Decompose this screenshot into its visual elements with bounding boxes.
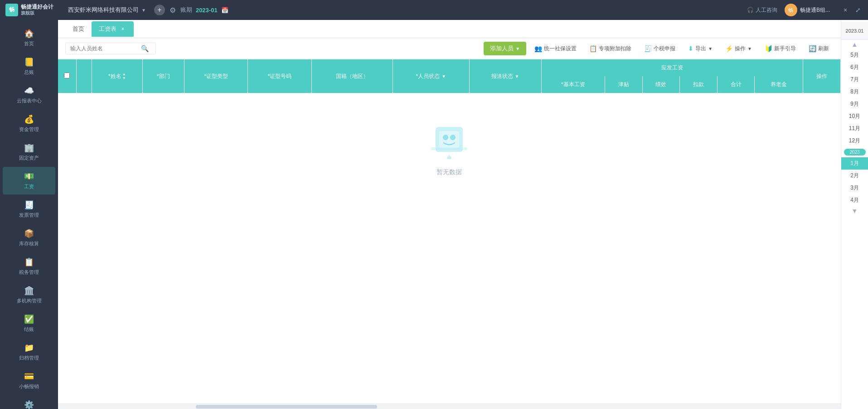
- add-company-button[interactable]: +: [154, 5, 165, 15]
- export-icon: ⬇: [688, 45, 693, 52]
- cal-month-10[interactable]: 10月: [841, 110, 868, 122]
- salary-table: *姓名 ▲▼ *部门 *证型类型: [58, 59, 841, 204]
- company-selector[interactable]: 西安虾米网络科技有限公司 ▼: [64, 4, 150, 16]
- search-icon[interactable]: 🔍: [141, 45, 149, 52]
- sidebar-item-multi-org[interactable]: 🏛️ 多机构管理: [3, 281, 55, 309]
- tab-close-icon[interactable]: ×: [119, 25, 126, 33]
- period-value: 2023-01: [196, 7, 218, 14]
- calendar-up-button[interactable]: ▲: [848, 40, 862, 49]
- tab-salary[interactable]: 工资表 ×: [92, 21, 134, 37]
- operations-label: 操作: [735, 45, 746, 53]
- close-button[interactable]: ×: [841, 5, 850, 15]
- sidebar: 🏠 首页 📒 总账 ☁️ 云报表中心 💰 资金管理 🏢 固定资产 💵 工资 🧾 …: [0, 20, 58, 409]
- cal-month-6[interactable]: 6月: [841, 61, 868, 73]
- th-id-no: *证型号码: [248, 59, 311, 93]
- tab-home-label: 首页: [73, 25, 84, 33]
- cal-month-4[interactable]: 4月: [841, 194, 868, 206]
- th-pension: 养老金: [755, 76, 803, 93]
- expense-icon: 💳: [24, 371, 34, 381]
- table-container: *姓名 ▲▼ *部门 *证型类型: [58, 59, 841, 404]
- salary-icon: 💵: [24, 171, 34, 181]
- social-security-label: 统一社保设置: [544, 45, 577, 53]
- th-status[interactable]: *人员状态 ▼: [393, 59, 469, 93]
- add-person-button[interactable]: 添加人员 ▼: [484, 42, 526, 55]
- th-total: 合计: [717, 76, 755, 93]
- checkbox-header[interactable]: [58, 59, 76, 93]
- sidebar-item-invoice[interactable]: 🧾 发票管理: [3, 195, 55, 223]
- sidebar-item-salary[interactable]: 💵 工资: [3, 167, 55, 195]
- add-person-label: 添加人员: [490, 44, 514, 53]
- calendar-down-button[interactable]: ▼: [848, 206, 862, 215]
- gear-icon[interactable]: ⚙: [170, 6, 176, 15]
- top-right-area: 🎧 人工咨询 畅 畅捷通B组... × ⤢: [747, 4, 863, 16]
- tab-home[interactable]: 首页: [65, 21, 92, 37]
- sidebar-item-inventory[interactable]: 📦 库存核算: [3, 224, 55, 252]
- guide-button[interactable]: 🔰 新手引导: [760, 42, 800, 55]
- search-input[interactable]: [70, 45, 138, 52]
- calendar-header: 2023.01: [841, 22, 868, 40]
- th-deduction: 扣款: [680, 76, 718, 93]
- sidebar-label-multi-org: 多机构管理: [17, 297, 42, 304]
- sidebar-item-ledger[interactable]: 📒 总账: [3, 53, 55, 80]
- svg-point-3: [450, 135, 456, 140]
- cal-month-1-active[interactable]: 1月: [841, 157, 868, 170]
- sidebar-item-tax[interactable]: 📋 税务管理: [3, 253, 55, 280]
- support-button[interactable]: 🎧 人工咨询: [747, 6, 777, 14]
- content-area: 首页 工资表 × 🔍 添加人员 ▼ 👥 统一社保设置: [58, 20, 841, 409]
- report-status-filter-icon: ▼: [515, 74, 519, 79]
- sidebar-label-salary: 工资: [24, 183, 34, 190]
- cal-month-9[interactable]: 9月: [841, 98, 868, 110]
- sidebar-item-expense[interactable]: 💳 小畅报销: [3, 367, 55, 394]
- empty-icon: [427, 120, 472, 161]
- calendar-icon[interactable]: 📅: [221, 7, 228, 14]
- cal-month-2[interactable]: 2月: [841, 170, 868, 182]
- th-operations: 操作: [803, 59, 841, 93]
- sidebar-item-home[interactable]: 🏠 首页: [3, 24, 55, 52]
- sidebar-label-archive: 归档管理: [19, 355, 39, 361]
- special-deduction-button[interactable]: 📋 专项附加扣除: [585, 42, 636, 55]
- fixed-assets-icon: 🏢: [24, 143, 34, 153]
- archive-icon: 📁: [24, 343, 34, 353]
- cal-month-8[interactable]: 8月: [841, 86, 868, 98]
- fund-icon: 💰: [24, 114, 34, 124]
- period-label: 账期: [180, 6, 192, 14]
- cal-month-7[interactable]: 7月: [841, 73, 868, 86]
- user-area[interactable]: 畅 畅捷通B组...: [785, 4, 830, 16]
- app-version: 旗舰版: [21, 10, 53, 16]
- scroll-thumb[interactable]: [196, 405, 377, 409]
- operations-button[interactable]: ⚡ 操作 ▼: [721, 42, 756, 55]
- refresh-button[interactable]: 🔄 刷新: [804, 42, 834, 55]
- social-security-button[interactable]: 👥 统一社保设置: [530, 42, 581, 55]
- sidebar-item-fund[interactable]: 💰 资金管理: [3, 110, 55, 137]
- headset-icon: 🎧: [747, 7, 754, 13]
- sidebar-label-invoice: 发票管理: [19, 212, 39, 219]
- th-name[interactable]: *姓名 ▲▼: [92, 59, 142, 93]
- sidebar-item-settlement[interactable]: ✅ 结账: [3, 310, 55, 337]
- cal-month-5[interactable]: 5月: [841, 49, 868, 61]
- toolbar: 🔍 添加人员 ▼ 👥 统一社保设置 📋 专项附加扣除 🧾 个税申报: [58, 38, 841, 59]
- cal-month-12[interactable]: 12月: [841, 135, 868, 147]
- sidebar-item-fixed-assets[interactable]: 🏢 固定资产: [3, 138, 55, 166]
- th-report-status[interactable]: 报送状态 ▼: [469, 59, 541, 93]
- operations-icon: ⚡: [725, 45, 733, 52]
- personal-tax-label: 个税申报: [654, 45, 675, 53]
- select-all-checkbox[interactable]: [64, 73, 70, 78]
- personal-tax-button[interactable]: 🧾 个税申报: [640, 42, 680, 55]
- calendar-panel: 2023.01 ▲ 5月 6月 7月 8月 9月 10月 11月 12月 202…: [841, 20, 868, 409]
- th-base-salary: *基本工资: [541, 76, 605, 93]
- scroll-track[interactable]: [58, 404, 841, 409]
- app-name: 畅捷通好会计: [21, 4, 53, 10]
- sidebar-item-settings[interactable]: ⚙️ 基础设置: [3, 395, 55, 409]
- th-department: *部门: [142, 59, 184, 93]
- maximize-button[interactable]: ⤢: [853, 5, 863, 15]
- user-name: 畅捷通B组...: [800, 6, 830, 14]
- svg-point-2: [443, 135, 448, 140]
- sidebar-label-expense: 小畅报销: [19, 383, 39, 390]
- status-filter-icon: ▼: [441, 74, 446, 79]
- sidebar-item-cloud-report[interactable]: ☁️ 云报表中心: [3, 81, 55, 109]
- cal-month-3[interactable]: 3月: [841, 182, 868, 194]
- empty-state: 暂无数据: [58, 93, 841, 204]
- export-button[interactable]: ⬇ 导出 ▼: [684, 42, 717, 55]
- sidebar-item-archive[interactable]: 📁 归档管理: [3, 338, 55, 366]
- cal-month-11[interactable]: 11月: [841, 122, 868, 135]
